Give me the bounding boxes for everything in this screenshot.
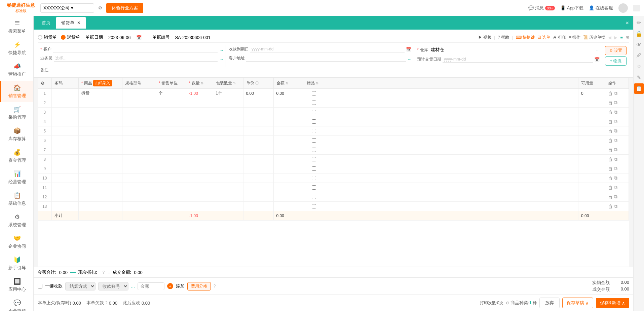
cell-gift[interactable] bbox=[304, 155, 324, 164]
cell-remark[interactable] bbox=[324, 173, 578, 183]
copy-icon[interactable]: ⧉ bbox=[614, 194, 617, 200]
cell-price[interactable] bbox=[243, 155, 273, 164]
cell-qty[interactable] bbox=[186, 117, 213, 126]
cell-gift[interactable] bbox=[304, 145, 324, 155]
list-view-icon[interactable]: ≡ bbox=[620, 35, 623, 40]
delete-icon[interactable]: 🗑 bbox=[608, 185, 613, 190]
receive-date-input[interactable] bbox=[250, 46, 405, 52]
cell-gift[interactable] bbox=[304, 173, 324, 183]
customer-addr-dots[interactable]: ... bbox=[408, 56, 411, 61]
delete-icon[interactable]: 🗑 bbox=[608, 204, 613, 209]
fee-help-icon[interactable]: ? bbox=[214, 284, 216, 288]
cell-unit[interactable] bbox=[156, 155, 186, 164]
cell-price[interactable] bbox=[243, 108, 273, 117]
cell-pkgqty[interactable] bbox=[213, 145, 243, 155]
copy-icon[interactable]: ⧉ bbox=[614, 138, 617, 143]
cell-spec[interactable] bbox=[122, 117, 156, 126]
cell-qty[interactable] bbox=[186, 126, 213, 136]
tab-home[interactable]: 首页 bbox=[36, 17, 56, 29]
cell-product[interactable] bbox=[78, 164, 122, 173]
cell-remark[interactable] bbox=[324, 145, 578, 155]
cell-pkgqty[interactable] bbox=[213, 98, 243, 108]
cell-price[interactable] bbox=[243, 117, 273, 126]
cell-amount[interactable] bbox=[273, 202, 304, 211]
copy-icon[interactable]: ⧉ bbox=[614, 90, 617, 96]
cell-product[interactable] bbox=[78, 98, 122, 108]
cell-amount[interactable] bbox=[273, 145, 304, 155]
cell-price[interactable] bbox=[243, 173, 273, 183]
copy-icon[interactable]: ⧉ bbox=[614, 100, 617, 106]
cell-unit[interactable] bbox=[156, 108, 186, 117]
add-btn[interactable]: + bbox=[167, 283, 173, 289]
sidebar-item-quicknav[interactable]: ⚡ 快捷导航 bbox=[0, 38, 33, 59]
cell-remark[interactable] bbox=[324, 183, 578, 192]
delete-icon[interactable]: 🗑 bbox=[608, 119, 613, 124]
cell-amount[interactable]: 0.00 bbox=[273, 89, 304, 98]
copy-icon[interactable]: ⧉ bbox=[614, 147, 617, 153]
customer-input[interactable] bbox=[53, 46, 218, 52]
note-input[interactable] bbox=[50, 67, 627, 73]
rp-pen-icon[interactable]: 🖊 bbox=[635, 50, 643, 61]
rp-eye-icon[interactable]: 👁 bbox=[635, 40, 643, 50]
cell-qty[interactable]: -1.00 bbox=[186, 89, 213, 98]
delivery-date-input[interactable] bbox=[443, 56, 593, 63]
cell-product[interactable] bbox=[78, 173, 122, 183]
cell-pkgqty[interactable] bbox=[213, 173, 243, 183]
cell-spec[interactable] bbox=[122, 173, 156, 183]
print-btn[interactable]: 🖨 打印 bbox=[553, 35, 566, 40]
calendar-icon[interactable]: 📅 bbox=[136, 35, 142, 40]
cell-gift[interactable] bbox=[304, 117, 324, 126]
copy-icon[interactable]: ⧉ bbox=[614, 119, 617, 124]
delete-icon[interactable]: 🗑 bbox=[608, 176, 613, 181]
settings-button[interactable]: ⊙ 设置 bbox=[605, 46, 627, 55]
cell-gift[interactable] bbox=[304, 164, 324, 173]
cell-qty[interactable] bbox=[186, 202, 213, 211]
settings-icon[interactable]: ⚙ bbox=[97, 4, 104, 12]
app-download-btn[interactable]: 📱 App下载 bbox=[560, 5, 583, 11]
rp-pencil2-icon[interactable]: ✎ bbox=[635, 72, 642, 83]
cell-unit[interactable] bbox=[156, 98, 186, 108]
sidebar-item-sales[interactable]: 🏠 销售管理 bbox=[0, 81, 33, 102]
cell-spec[interactable] bbox=[122, 136, 156, 145]
cell-unit[interactable] bbox=[156, 202, 186, 211]
th-gear[interactable]: ⚙ bbox=[38, 78, 51, 89]
cell-barcode[interactable] bbox=[51, 183, 78, 192]
delete-icon[interactable]: 🗑 bbox=[608, 194, 613, 200]
cell-remark[interactable] bbox=[324, 117, 578, 126]
cell-barcode[interactable] bbox=[51, 136, 78, 145]
cell-amount[interactable] bbox=[273, 155, 304, 164]
cell-product[interactable] bbox=[78, 202, 122, 211]
delete-icon[interactable]: 🗑 bbox=[608, 91, 613, 96]
sidebar-item-apps[interactable]: 🔲 应用中心 bbox=[0, 274, 33, 296]
sidebar-item-inventory[interactable]: 📦 库存核算 bbox=[0, 124, 33, 145]
delete-icon[interactable]: 🗑 bbox=[608, 157, 613, 162]
sidebar-item-basic[interactable]: 📋 基础信息 bbox=[0, 188, 33, 210]
cell-spec[interactable] bbox=[122, 126, 156, 136]
rp-edit-icon[interactable]: ✏ bbox=[635, 17, 642, 28]
cell-barcode[interactable] bbox=[51, 192, 78, 202]
cell-amount[interactable] bbox=[273, 136, 304, 145]
salesman-input[interactable] bbox=[54, 55, 218, 62]
cell-barcode[interactable] bbox=[51, 202, 78, 211]
cell-price[interactable] bbox=[243, 136, 273, 145]
cell-spec[interactable] bbox=[122, 192, 156, 202]
sidebar-item-wechat[interactable]: 💬 企业微信 bbox=[0, 296, 33, 311]
radio-sales-bill[interactable]: 销货单 bbox=[38, 34, 57, 40]
cell-barcode[interactable] bbox=[51, 164, 78, 173]
cell-unit[interactable] bbox=[156, 145, 186, 155]
receive-calendar-icon[interactable]: 📅 bbox=[406, 47, 411, 52]
question-icon[interactable]: ? bbox=[103, 270, 105, 275]
delete-icon[interactable]: 🗑 bbox=[608, 166, 613, 171]
scan-btn[interactable]: 扫码录入 bbox=[93, 80, 112, 86]
rp-orange-action-icon[interactable]: 📋 bbox=[634, 83, 644, 94]
cell-pkgqty[interactable] bbox=[213, 192, 243, 202]
cell-qty[interactable] bbox=[186, 108, 213, 117]
delete-icon[interactable]: 🗑 bbox=[608, 110, 613, 115]
cell-product[interactable] bbox=[78, 183, 122, 192]
cell-product[interactable] bbox=[78, 117, 122, 126]
cell-remark[interactable] bbox=[324, 126, 578, 136]
cell-unit[interactable] bbox=[156, 164, 186, 173]
cell-price[interactable] bbox=[243, 202, 273, 211]
cell-qty[interactable] bbox=[186, 145, 213, 155]
operate-btn[interactable]: ≡ 操作 bbox=[569, 35, 580, 40]
